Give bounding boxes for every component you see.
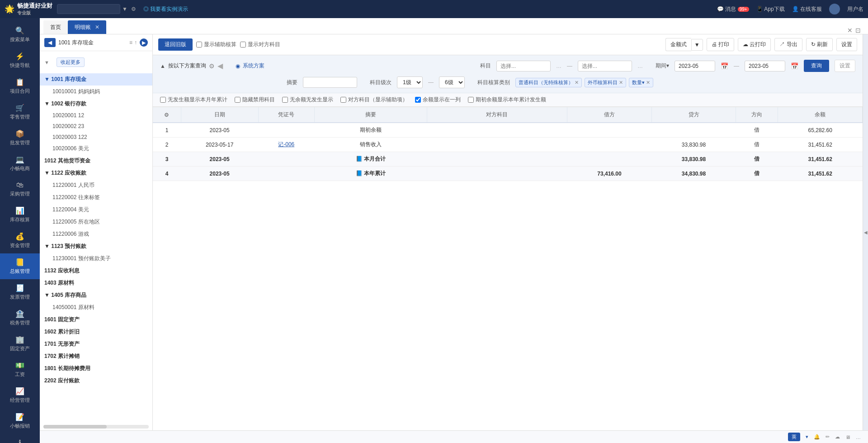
col-balance[interactable]: 余额	[778, 107, 863, 123]
sidebar-item-wholesale[interactable]: 📦 批发管理	[0, 125, 40, 151]
category-tag-1[interactable]: 外币核算科目 ✕	[585, 78, 626, 87]
online-service-btn[interactable]: 👤 在线客服	[792, 5, 822, 13]
sidebar-item-inventory[interactable]: 📊 库存核算	[0, 202, 40, 228]
col-account[interactable]: 对方科目	[427, 107, 567, 123]
tree-item-11220006[interactable]: 11220006 游戏	[40, 228, 152, 240]
tree-item-2202[interactable]: 2202 应付账款	[40, 375, 152, 387]
notification-icon[interactable]: 🔔	[814, 434, 820, 440]
cell-voucher[interactable]: 记-006	[258, 138, 314, 152]
subject-input[interactable]	[496, 61, 551, 71]
settings-icon[interactable]: ⚙	[131, 6, 136, 12]
amount-style-dropdown[interactable]: 金额式 ▼	[665, 38, 703, 51]
sidebar-item-assets[interactable]: 🏢 固定资产	[0, 331, 40, 357]
checkbox-show-opposite[interactable]: 对方科目（显示辅助项）	[340, 96, 408, 104]
search-dropdown-icon[interactable]: ▼	[122, 6, 127, 12]
demo-link[interactable]: ◎ 我要看实例演示	[143, 5, 188, 13]
global-search-input[interactable]	[57, 4, 120, 14]
filter-settings-icon[interactable]: ⚙	[209, 62, 215, 70]
cloud-print-btn[interactable]: ☁ 云打印	[738, 38, 771, 51]
tree-item-11220005[interactable]: 11220005 所在地区	[40, 216, 152, 228]
tree-item-1132[interactable]: 1132 应收利息	[40, 265, 152, 277]
tree-item-1702[interactable]: 1702 累计摊销	[40, 350, 152, 362]
col-direction[interactable]: 方向	[736, 107, 778, 123]
period-to[interactable]	[745, 61, 785, 71]
checkbox-no-balance-show[interactable]: 无余额无发生显示	[282, 96, 333, 104]
filter-settings-btn[interactable]: 设置	[835, 60, 855, 72]
cloud-icon[interactable]: ☁	[835, 434, 840, 440]
tree-item-1002[interactable]: ▼ 1002 银行存款	[40, 98, 152, 110]
category-tag-0[interactable]: 普通科目（无特殊核算） ✕	[515, 78, 582, 87]
return-old-version-btn[interactable]: 退回旧版	[158, 38, 193, 51]
tree-item-10020001[interactable]: 10020001 12	[40, 110, 152, 121]
tree-item-11220004[interactable]: 11220004 美元	[40, 204, 152, 216]
tree-filter-icon[interactable]: ≡	[129, 39, 132, 46]
lang-btn[interactable]: 英	[788, 433, 800, 441]
tree-item-1122[interactable]: ▼ 1122 应收账款	[40, 167, 152, 179]
query-btn[interactable]: 查询	[804, 60, 829, 72]
table-row[interactable]: 42023-05📘 本年累计73,416.0034,830.98借31,451.…	[153, 167, 863, 181]
period-label[interactable]: 期间▾	[656, 62, 669, 70]
col-credit[interactable]: 贷方	[651, 107, 736, 123]
sidebar-item-invoice[interactable]: 🧾 发票管理	[0, 279, 40, 305]
sidebar-item-search[interactable]: 🔍 搜索菜单	[0, 22, 40, 48]
col-date[interactable]: 日期	[181, 107, 258, 123]
message-btn[interactable]: 💬 消息 99+	[717, 5, 749, 13]
amount-style-arrow[interactable]: ▼	[691, 39, 703, 51]
tab-detail[interactable]: 明细账 ✕	[68, 20, 106, 34]
category-tag-2[interactable]: 数量▾ ✕	[629, 78, 653, 87]
tree-item-10010001[interactable]: 10010001 妈妈妈妈	[40, 86, 152, 98]
sidebar-item-base-info[interactable]: ℹ 基础信息	[0, 434, 40, 443]
scheme-label[interactable]: 系统方案	[243, 62, 264, 70]
checkbox-hide-disabled[interactable]: 隐藏禁用科目	[235, 96, 275, 104]
table-row[interactable]: 32023-05📘 本月合计33,830.98借31,451.62	[153, 152, 863, 167]
scheme-icon[interactable]: ◉	[236, 63, 240, 69]
tree-item-1012[interactable]: 1012 其他货币资金	[40, 155, 152, 167]
tree-item-1405[interactable]: ▼ 1405 库存商品	[40, 289, 152, 301]
level-from-select[interactable]: 1级 2级	[397, 76, 423, 88]
tree-item-14050001[interactable]: 14050001 原材料	[40, 301, 152, 314]
tree-item-1123[interactable]: ▼ 1123 预付账款	[40, 240, 152, 252]
tab-close-btn[interactable]: ✕	[95, 24, 99, 30]
tag-close-1[interactable]: ✕	[619, 80, 623, 86]
tree-item-1801[interactable]: 1801 长期待摊费用	[40, 362, 152, 375]
level-to-select[interactable]: 6级 5级	[439, 76, 465, 88]
tree-item-10020006[interactable]: 10020006 美元	[40, 143, 152, 155]
edit-icon[interactable]: ✏	[826, 434, 830, 440]
sidebar-item-ecommerce[interactable]: 💻 小畅电商	[0, 151, 40, 176]
filter-collapse-icon[interactable]: ◀	[217, 62, 223, 70]
app-download-btn[interactable]: 📱 App下载	[756, 5, 785, 13]
tab-expand-btn[interactable]: ⊡	[855, 27, 861, 34]
sidebar-item-tax[interactable]: 🏦 税务管理	[0, 305, 40, 331]
tree-item-10020002[interactable]: 10020002 23	[40, 121, 152, 132]
sidebar-item-purchase[interactable]: 🛍 采购管理	[0, 176, 40, 202]
tree-item-11220001[interactable]: 11220001 人民币	[40, 179, 152, 191]
query-toggle-label[interactable]: 按以下方案查询	[168, 62, 206, 70]
sidebar-item-capital[interactable]: 💰 资金管理	[0, 228, 40, 253]
tree-sort-icon[interactable]: ↑	[134, 39, 137, 46]
show-aux-checkbox[interactable]: 显示辅助核算	[196, 41, 236, 48]
tag-close-2[interactable]: ✕	[646, 80, 650, 86]
calendar-icon-left[interactable]: 📅	[721, 62, 728, 70]
checkbox-balance-one-col[interactable]: 余额显示在一列	[415, 96, 461, 104]
sidebar-item-salary[interactable]: 💵 工资	[0, 357, 40, 382]
expand-arrow[interactable]: ▲	[160, 63, 165, 69]
tree-item-1001[interactable]: ▼ 1001 库存现金	[40, 73, 152, 86]
tree-item-1701[interactable]: 1701 无形资产	[40, 338, 152, 350]
subject-input-2[interactable]	[578, 61, 632, 71]
table-row[interactable]: 22023-05-17记-006销售收入33,830.98借31,451.62	[153, 138, 863, 152]
tree-item-1601[interactable]: 1601 固定资产	[40, 314, 152, 326]
calendar-icon-right[interactable]: 📅	[791, 62, 798, 70]
table-row[interactable]: 12023-05期初余额借65,282.60	[153, 123, 863, 138]
col-voucher[interactable]: 凭证号	[258, 107, 314, 123]
settings-btn[interactable]: 设置	[836, 38, 857, 51]
tab-close-all-btn[interactable]: ✕	[847, 27, 853, 34]
tree-back-btn[interactable]: ◀	[44, 38, 56, 47]
monitor-icon[interactable]: 🖥	[845, 434, 850, 440]
tree-item-1403[interactable]: 1403 原材料	[40, 277, 152, 289]
side-collapse-btn[interactable]: ◀	[863, 34, 868, 430]
sidebar-item-quick-nav[interactable]: ⚡ 快捷导航	[0, 48, 40, 73]
summary-input[interactable]	[303, 77, 357, 88]
tree-nav-btn[interactable]: ▶	[140, 38, 148, 47]
period-from[interactable]	[675, 61, 715, 71]
tree-item-10020003[interactable]: 10020003 122	[40, 132, 152, 143]
